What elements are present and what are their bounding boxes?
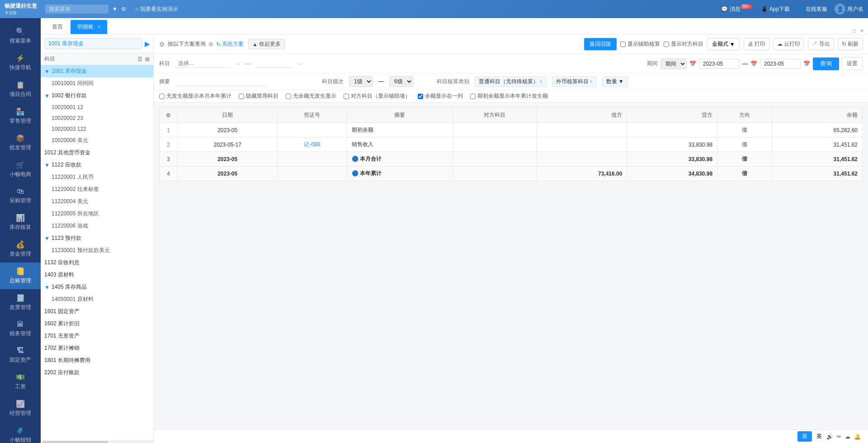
sidebar-item-capital-mgmt[interactable]: 💰 资金管理 <box>0 236 41 262</box>
subject-input[interactable] <box>175 59 230 68</box>
show-opposite-checkbox[interactable]: 显示对方科目 <box>664 40 703 48</box>
account-item-1001[interactable]: ▼ 1001 库存现金 <box>41 65 153 77</box>
filter-settings-icon[interactable]: ⚙ <box>159 41 165 48</box>
account-item-1701[interactable]: 1701 无形资产 <box>41 330 153 342</box>
account-item-14050001[interactable]: 14050001 原材料 <box>41 293 153 305</box>
account-item-11220004[interactable]: 11220004 美元 <box>41 195 153 208</box>
sidebar-item-xiaochu-sales[interactable]: 🧳 小畅报销 <box>0 422 41 443</box>
summary-input[interactable] <box>175 77 266 86</box>
settings-icon[interactable]: ⚙ <box>121 6 126 12</box>
sidebar-item-quick-nav[interactable]: ⚡ 快捷导航 <box>0 49 41 76</box>
sidebar-item-fixed-assets[interactable]: 🏗 固定资产 <box>0 342 41 368</box>
account-item-10020003[interactable]: 10020003 122 <box>41 124 153 134</box>
sidebar-item-tax-mgmt[interactable]: 🏛 税务管理 <box>0 316 41 342</box>
schema-gear-icon[interactable]: ⚙ <box>208 41 213 48</box>
menu-search-input[interactable] <box>45 5 108 14</box>
calc-foreign-close-icon[interactable]: × <box>590 79 593 84</box>
tab-maximize-icon[interactable]: □ <box>853 28 856 34</box>
tab-close-icon[interactable]: × <box>98 24 101 29</box>
account-item-1122[interactable]: ▼ 1122 应收款 <box>41 159 153 171</box>
return-old-version-btn[interactable]: 返回旧版 <box>584 38 617 50</box>
system-schema-btn[interactable]: ↻ 系统方案 <box>216 40 244 48</box>
account-item-10010001[interactable]: 10010001 同同同 <box>41 77 153 90</box>
collapse-more-btn[interactable]: ▲ 收起更多 <box>248 39 285 49</box>
account-item-10020002[interactable]: 10020002 23 <box>41 113 153 124</box>
checkbox-no-balance-hide[interactable]: 无余额无发生显示 <box>286 92 336 100</box>
app-download-btn[interactable]: 📱 App下载 <box>761 5 790 13</box>
style-select-btn[interactable]: 金额式 ▼ <box>707 38 740 50</box>
qty-dropdown-icon[interactable]: ▼ <box>618 78 624 85</box>
account-item-1403[interactable]: 1403 原材料 <box>41 269 153 281</box>
voucher-link-2[interactable]: 记-006 <box>304 141 320 148</box>
account-item-2202[interactable]: 2202 应付账款 <box>41 367 153 379</box>
checkbox-opposite-show[interactable]: 对方科目（显示辅助项） <box>344 92 410 100</box>
sidebar-item-wholesale-mgmt[interactable]: 📦 批发管理 <box>0 129 41 156</box>
cloud-icon[interactable]: ☁ <box>845 433 850 440</box>
period-end-input[interactable] <box>760 59 801 69</box>
sidebar-label-tax-mgmt: 税务管理 <box>9 330 31 338</box>
dropdown-icon[interactable]: ▼ <box>112 6 118 12</box>
account-item-1132[interactable]: 1132 应收利息 <box>41 257 153 269</box>
export-btn[interactable]: ↗ 导出 <box>808 38 834 50</box>
checkbox-opening-show[interactable]: 期初余额显示本年累计发生额 <box>470 92 548 100</box>
account-nav-btn[interactable]: 1001 库存现金 <box>44 38 142 49</box>
tab-ledger[interactable]: 明细账 × <box>71 20 107 34</box>
checkbox-no-occur-show[interactable]: 无发生额显示本月本年累计 <box>159 92 231 100</box>
account-item-1601[interactable]: 1601 固定资产 <box>41 305 153 318</box>
sidebar-item-inventory[interactable]: 📊 库存核算 <box>0 209 41 236</box>
sidebar-item-search-menu[interactable]: 🔍 搜索菜单 <box>0 23 41 49</box>
nav-forward-arrow[interactable]: ▶ <box>145 40 150 48</box>
subject-level-end-select[interactable]: 6级 <box>389 76 413 87</box>
period-type-select[interactable]: 期间 <box>660 58 687 69</box>
account-item-1002[interactable]: ▼ 1002 银行存款 <box>41 90 153 102</box>
subject-input-2[interactable] <box>256 59 292 68</box>
account-item-11230001[interactable]: 11230001 预付款款美元 <box>41 244 153 257</box>
online-service-btn[interactable]: 👤 在线客服 <box>797 5 827 13</box>
row-voucher-2[interactable]: 记-006 <box>278 138 347 152</box>
cloud-print-btn[interactable]: ☁ 云打印 <box>773 38 804 50</box>
calc-normal-close-icon[interactable]: × <box>540 79 542 84</box>
sidebar-item-operations[interactable]: 📈 经营管理 <box>0 395 41 422</box>
sidebar-item-project-contract[interactable]: 📋 项目合同 <box>0 76 41 103</box>
account-item-11220006[interactable]: 11220006 游戏 <box>41 220 153 232</box>
lang-btn[interactable]: 英 <box>797 431 812 442</box>
sidebar-item-payroll[interactable]: 💵 工资 <box>0 368 41 395</box>
account-item-1801[interactable]: 1801 长期待摊费用 <box>41 354 153 367</box>
checkbox-balance-one-col[interactable]: 余额显示在一列 <box>418 92 463 100</box>
account-item-10020006[interactable]: 10020006 美元 <box>41 134 153 147</box>
account-item-11220005[interactable]: 11220005 所在地区 <box>41 208 153 220</box>
tab-close-window-icon[interactable]: × <box>860 28 863 34</box>
bell-icon[interactable]: 🔔 <box>854 433 861 440</box>
sidebar-item-accounting[interactable]: 📒 总账管理 <box>0 262 41 289</box>
sidebar-item-xiaochu-ecom[interactable]: 🛒 小畅电商 <box>0 156 41 183</box>
account-item-11220001[interactable]: 11220001 人民币 <box>41 171 153 183</box>
checkbox-hide-disabled[interactable]: 隐藏禁用科目 <box>239 92 278 100</box>
sidebar-item-retail-mgmt[interactable]: 🏪 零售管理 <box>0 103 41 129</box>
list-view-icon[interactable]: ☰ <box>137 56 142 62</box>
tab-home[interactable]: 首页 <box>45 20 70 34</box>
th-settings[interactable]: ⚙ <box>160 108 178 123</box>
print-btn[interactable]: 🖨 打印 <box>744 38 769 50</box>
user-avatar[interactable]: 👤 用户名 <box>835 4 863 14</box>
account-item-1602[interactable]: 1602 累计折旧 <box>41 318 153 330</box>
sidebar-item-purchase-mgmt[interactable]: 🛍 采购管理 <box>0 183 41 209</box>
speaker-icon[interactable]: 🔊 <box>826 433 833 440</box>
settings-btn[interactable]: 设置 <box>842 57 863 70</box>
period-start-input[interactable] <box>699 59 740 69</box>
refresh-btn[interactable]: ↻ 刷新 <box>838 38 863 50</box>
message-btn[interactable]: 💬 消息 99+ <box>721 5 754 13</box>
sidebar-item-invoice-mgmt[interactable]: 🧾 发票管理 <box>0 289 41 316</box>
edit-icon[interactable]: ✏ <box>837 433 841 440</box>
account-item-1405[interactable]: ▼ 1405 库存商品 <box>41 281 153 293</box>
demo-link[interactable]: ○ 我要看实例演示 <box>135 5 178 13</box>
show-aux-checkbox[interactable]: 显示辅助核算 <box>620 40 660 48</box>
account-item-10020001[interactable]: 10020001 12 <box>41 102 153 113</box>
subject-level-start-select[interactable]: 1级 <box>349 76 373 87</box>
account-item-1012[interactable]: 1012 其他货币资金 <box>41 147 153 159</box>
query-btn[interactable]: 查询 <box>813 57 839 70</box>
account-item-11220002[interactable]: 11220002 往来标签 <box>41 183 153 195</box>
account-item-1123[interactable]: ▼ 1123 预付款 <box>41 232 153 244</box>
expand-icon[interactable]: ⊞ <box>145 56 150 62</box>
account-item-1702[interactable]: 1702 累计摊销 <box>41 342 153 354</box>
tree-scrollbar[interactable] <box>41 440 153 443</box>
